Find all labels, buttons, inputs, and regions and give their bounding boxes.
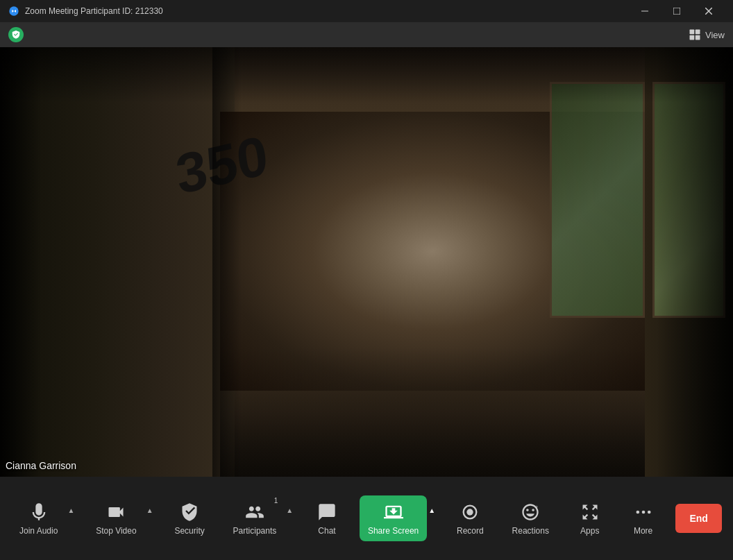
close-button[interactable] — [693, 0, 725, 22]
join-audio-group: Join Audio ▲ — [11, 495, 76, 541]
video-background: 350 — [0, 47, 733, 477]
microphone-icon — [28, 501, 50, 523]
svg-text:+: + — [535, 504, 538, 509]
left-vignette — [0, 47, 42, 477]
stop-video-label: Stop Video — [96, 526, 137, 536]
apps-icon — [579, 501, 601, 523]
chat-label: Chat — [318, 526, 335, 536]
view-button[interactable]: View — [689, 28, 725, 41]
title-bar: Zoom Meeting Participant ID: 212330 — [0, 0, 733, 22]
share-screen-group: Share Screen ▲ — [360, 495, 437, 541]
video-icon — [105, 501, 127, 523]
shield-icon — [8, 27, 24, 42]
security-shield[interactable] — [8, 27, 24, 42]
debris-overlay — [220, 348, 645, 477]
svg-point-12 — [636, 511, 639, 514]
right-vignette — [657, 47, 733, 477]
participant-name-text: Cianna Garrison — [6, 460, 76, 471]
security-icon — [178, 501, 201, 523]
record-icon — [459, 501, 481, 523]
participant-name-label: Cianna Garrison — [6, 460, 76, 471]
record-button[interactable]: Record — [448, 495, 492, 541]
stop-video-group: Stop Video ▲ — [87, 495, 154, 541]
svg-rect-1 — [641, 11, 648, 12]
security-label: Security — [174, 526, 204, 536]
svg-rect-2 — [673, 8, 680, 15]
participants-caret[interactable]: ▲ — [285, 504, 294, 517]
reactions-label: Reactions — [512, 526, 549, 536]
zoom-toolbar: View — [0, 22, 733, 47]
window-controls[interactable] — [629, 0, 725, 22]
minimize-button[interactable] — [629, 0, 661, 22]
more-button[interactable]: More — [623, 495, 664, 541]
column-left — [212, 47, 242, 477]
video-area: 350 Cianna Garrison — [0, 47, 733, 477]
bottom-toolbar: Join Audio ▲ Stop Video ▲ Security 1 Par… — [0, 477, 733, 560]
stop-video-caret[interactable]: ▲ — [145, 504, 155, 517]
apps-button[interactable]: Apps — [569, 495, 611, 541]
participants-badge: 1 — [274, 497, 278, 504]
participants-icon — [244, 501, 266, 523]
svg-rect-6 — [696, 30, 700, 35]
end-button[interactable]: End — [675, 504, 721, 533]
reactions-button[interactable]: + Reactions — [504, 495, 557, 541]
more-label: More — [634, 526, 652, 536]
chat-icon — [316, 501, 338, 523]
svg-rect-8 — [696, 35, 700, 40]
svg-rect-7 — [690, 35, 695, 40]
reactions-icon: + — [519, 501, 541, 523]
svg-point-14 — [647, 511, 650, 514]
join-audio-label: Join Audio — [19, 526, 58, 536]
participants-button[interactable]: 1 Participants — [225, 495, 285, 541]
share-screen-label: Share Screen — [368, 526, 419, 536]
share-screen-caret[interactable]: ▲ — [427, 504, 437, 517]
participants-group: 1 Participants ▲ — [225, 495, 295, 541]
share-screen-icon — [382, 501, 405, 523]
record-label: Record — [457, 526, 484, 536]
window-title: Zoom Meeting Participant ID: 212330 — [25, 6, 629, 16]
join-audio-button[interactable]: Join Audio — [11, 495, 66, 541]
participants-label: Participants — [233, 526, 277, 536]
more-icon — [632, 501, 655, 523]
share-screen-button[interactable]: Share Screen — [360, 495, 427, 541]
svg-rect-5 — [690, 30, 695, 35]
svg-point-10 — [467, 509, 473, 515]
chat-button[interactable]: Chat — [306, 495, 348, 541]
stop-video-button[interactable]: Stop Video — [87, 495, 145, 541]
apps-label: Apps — [580, 526, 599, 536]
top-vignette — [0, 47, 733, 103]
svg-point-13 — [641, 511, 645, 514]
join-audio-caret[interactable]: ▲ — [66, 504, 76, 517]
maximize-button[interactable] — [661, 0, 693, 22]
view-label: View — [705, 30, 725, 40]
security-button[interactable]: Security — [166, 495, 212, 541]
window-panel-1 — [550, 82, 645, 318]
zoom-logo — [8, 6, 19, 17]
